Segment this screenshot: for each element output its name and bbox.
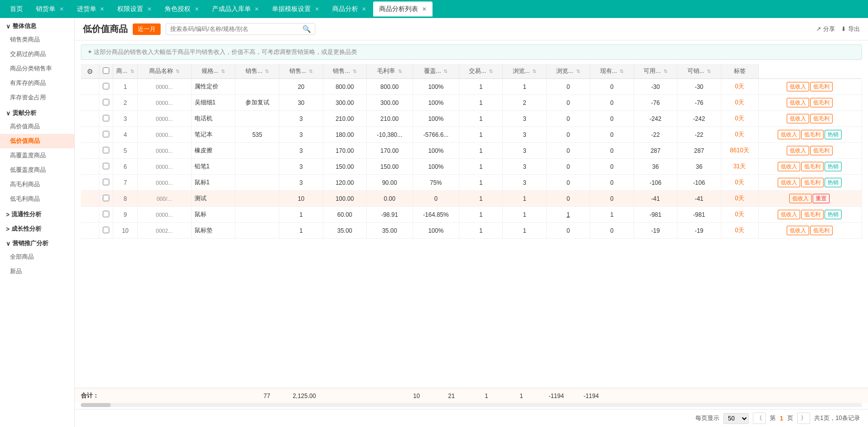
checkbox-header[interactable] (99, 64, 113, 79)
cell-checkbox[interactable] (99, 79, 113, 95)
cell-checkbox[interactable] (99, 175, 113, 191)
nav-analysis[interactable]: 商品分析 ✕ (326, 1, 373, 16)
cell-checkbox[interactable] (99, 143, 113, 159)
search-input[interactable] (170, 25, 302, 32)
next-page-btn[interactable]: 〉 (797, 413, 810, 424)
sidebar-item-sales-products[interactable]: 销售类商品 (0, 32, 74, 47)
cell-view1[interactable]: 0 (546, 111, 590, 127)
nav-roles[interactable]: 角色授权 ✕ (159, 1, 205, 16)
row-checkbox[interactable] (103, 195, 109, 201)
cell-view1[interactable]: 0 (546, 223, 590, 239)
cell-tags: 低收入低毛利 (758, 95, 862, 111)
cell-checkbox[interactable] (99, 127, 113, 143)
page-title: 低价值商品 (83, 23, 128, 35)
prev-page-btn[interactable]: 〈 (753, 413, 766, 424)
sidebar-item-high-value[interactable]: 高价值商品 (0, 119, 74, 134)
data-table-wrapper[interactable]: ⚙ 商... ⇅ 商品名称 ⇅ 规格... ⇅ 销售... ⇅ 销售... ⇅ … (81, 64, 862, 388)
sidebar-item-category-rate[interactable]: 商品分类销售率 (0, 61, 74, 76)
tag: 热销 (825, 130, 842, 139)
row-checkbox[interactable] (103, 115, 109, 121)
sidebar-item-in-stock[interactable]: 有库存的商品 (0, 76, 74, 90)
nav-purchase[interactable]: 进货单 ✕ (71, 1, 111, 16)
cell-name: 属性定价 (191, 79, 235, 95)
gear-header[interactable]: ⚙ (81, 64, 99, 79)
row-checkbox[interactable] (103, 211, 109, 217)
cell-margin: 100% (413, 95, 459, 111)
export-icon: ⬇ (841, 25, 846, 32)
cell-view1[interactable]: 0 (546, 127, 590, 143)
cell-s2: 35.00 (323, 223, 366, 239)
cell-checkbox[interactable] (99, 111, 113, 127)
cell-s1: 3 (279, 111, 323, 127)
footer-spec (215, 393, 249, 400)
cell-checkbox[interactable] (99, 191, 113, 207)
cell-stock1: -41 (634, 191, 677, 207)
cell-view1[interactable]: 0 (546, 95, 590, 111)
cell-code: 000/... (137, 191, 191, 207)
footer-view2: 1 (504, 393, 539, 400)
sidebar-item-low-coverage[interactable]: 低覆盖度商品 (0, 163, 74, 177)
top-nav: 首页 销货单 ✕ 进货单 ✕ 权限设置 ✕ 角色授权 ✕ 产成品入库单 ✕ 单据… (0, 0, 868, 18)
nav-template[interactable]: 单据模板设置 ✕ (266, 1, 325, 16)
cell-checkbox[interactable] (99, 207, 113, 223)
cell-view1[interactable]: 0 (546, 191, 590, 207)
cell-stock1: -76 (634, 95, 677, 111)
th-stock2: 可用... ⇅ (634, 64, 677, 79)
cell-view1[interactable]: 1 (546, 207, 590, 223)
select-all-checkbox[interactable] (103, 67, 109, 74)
cell-days: 0天 (721, 79, 758, 95)
cell-spec (235, 79, 279, 95)
sidebar-section-circulation[interactable]: > 流通性分析 (0, 206, 74, 221)
sidebar-item-new-products[interactable]: 新品 (0, 264, 74, 279)
cell-trade: 1 (503, 223, 546, 239)
cell-view1[interactable]: 0 (546, 159, 590, 175)
export-button[interactable]: ⬇ 导出 (841, 25, 860, 33)
cell-s1: 3 (279, 159, 323, 175)
sidebar-item-all-products[interactable]: 全部商品 (0, 250, 74, 264)
sidebar-item-low-value[interactable]: 低价值商品 (0, 134, 74, 148)
sidebar-item-high-margin[interactable]: 高毛利商品 (0, 177, 74, 192)
cell-gear (81, 111, 99, 127)
cell-view1[interactable]: 0 (546, 175, 590, 191)
th-code: 商... ⇅ (113, 64, 137, 79)
horizontal-scrollbar[interactable] (81, 403, 862, 407)
share-button[interactable]: ↗ 分享 (816, 25, 835, 33)
cell-checkbox[interactable] (99, 159, 113, 175)
nav-perms[interactable]: 权限设置 ✕ (111, 1, 158, 16)
nav-home[interactable]: 首页 (4, 1, 29, 16)
filter-recent-month[interactable]: 近一月 (133, 23, 161, 35)
cell-margin: 100% (413, 143, 459, 159)
row-checkbox[interactable] (103, 131, 109, 137)
sidebar-section-overall[interactable]: ∨ 整体信息 (0, 18, 74, 32)
row-checkbox[interactable] (103, 163, 109, 169)
row-checkbox[interactable] (103, 99, 109, 105)
tag: 低收入 (787, 114, 809, 123)
cell-view1[interactable]: 0 (546, 143, 590, 159)
cell-margin: 100% (413, 159, 459, 175)
footer-cb (121, 393, 135, 400)
cell-stock2: -30 (677, 79, 721, 95)
sidebar-item-stock-funds[interactable]: 库存资金占用 (0, 90, 74, 105)
row-checkbox[interactable] (103, 227, 109, 233)
sidebar-item-high-coverage[interactable]: 高覆盖度商品 (0, 148, 74, 163)
th-margin: 毛利率 ⇅ (367, 64, 413, 79)
row-checkbox[interactable] (103, 179, 109, 185)
nav-sales[interactable]: 销货单 ✕ (30, 1, 70, 16)
per-page-select[interactable]: 50 100 (723, 413, 749, 424)
cell-checkbox[interactable] (99, 95, 113, 111)
sidebar-section-growth[interactable]: > 成长性分析 (0, 221, 74, 235)
search-box[interactable]: 🔍 (166, 23, 315, 35)
row-checkbox[interactable] (103, 83, 109, 89)
sidebar-item-low-margin[interactable]: 低毛利商品 (0, 192, 74, 206)
sidebar-section-marketing[interactable]: ∨ 营销推广分析 (0, 235, 74, 250)
sidebar-item-traded[interactable]: 交易过的商品 (0, 47, 74, 61)
scrollbar-thumb[interactable] (81, 403, 111, 407)
nav-product[interactable]: 产成品入库单 ✕ (206, 1, 265, 16)
cell-stock2: -106 (677, 175, 721, 191)
sidebar-section-contribution[interactable]: ∨ 贡献分析 (0, 105, 74, 119)
row-checkbox[interactable] (103, 147, 109, 153)
cell-view1[interactable]: 0 (546, 79, 590, 95)
nav-analysis-list[interactable]: 商品分析列表 ✕ (373, 1, 433, 16)
settings-icon[interactable]: ⚙ (87, 67, 93, 75)
cell-checkbox[interactable] (99, 223, 113, 239)
